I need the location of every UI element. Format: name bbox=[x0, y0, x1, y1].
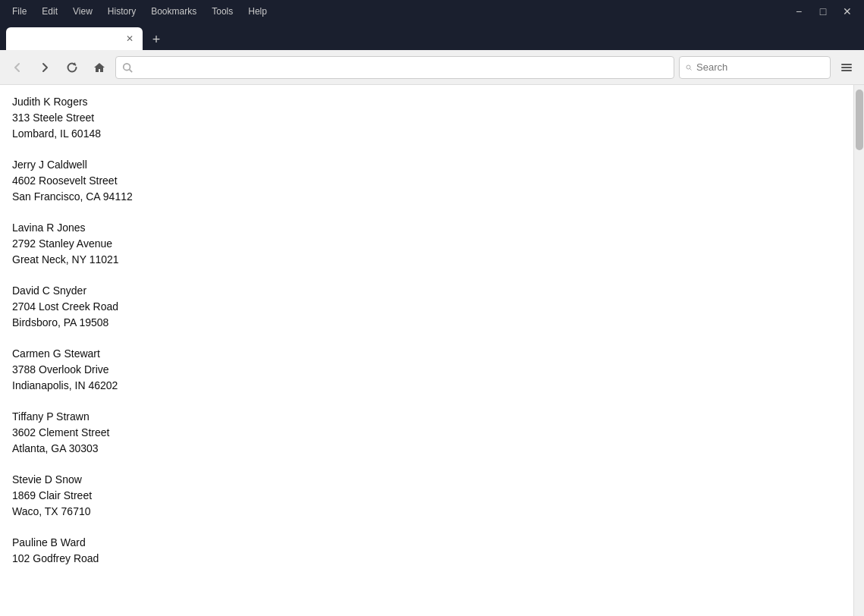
address-street: 3788 Overlook Drive bbox=[12, 362, 841, 378]
address-name: Pauline B Ward bbox=[12, 535, 841, 551]
window-controls: − □ ✕ bbox=[788, 4, 858, 19]
address-street: 1869 Clair Street bbox=[12, 488, 841, 504]
title-bar: File Edit View History Bookmarks Tools H… bbox=[0, 0, 864, 23]
menu-help[interactable]: Help bbox=[242, 3, 273, 20]
svg-rect-6 bbox=[841, 70, 852, 71]
svg-rect-5 bbox=[841, 67, 852, 68]
search-input[interactable] bbox=[696, 61, 824, 73]
tab-close-button[interactable]: ✕ bbox=[123, 32, 137, 46]
reload-button[interactable] bbox=[61, 56, 83, 79]
home-button[interactable] bbox=[88, 56, 111, 79]
scrollbar[interactable] bbox=[853, 85, 864, 616]
address-city: Great Neck, NY 11021 bbox=[12, 252, 841, 268]
address-name: Tiffany P Strawn bbox=[12, 409, 841, 425]
back-button[interactable] bbox=[6, 56, 29, 79]
address-name: Carmen G Stewart bbox=[12, 346, 841, 362]
menu-edit[interactable]: Edit bbox=[36, 3, 64, 20]
menu-bar: File Edit View History Bookmarks Tools H… bbox=[6, 3, 788, 20]
address-search-icon bbox=[122, 62, 133, 73]
menu-file[interactable]: File bbox=[6, 3, 33, 20]
address-name: Stevie D Snow bbox=[12, 472, 841, 488]
menu-view[interactable]: View bbox=[67, 3, 99, 20]
address-city: Indianapolis, IN 46202 bbox=[12, 378, 841, 394]
svg-rect-4 bbox=[841, 64, 852, 65]
svg-point-2 bbox=[686, 65, 690, 69]
menu-bookmarks[interactable]: Bookmarks bbox=[145, 3, 203, 20]
address-street: 3602 Clement Street bbox=[12, 425, 841, 441]
maximize-button[interactable]: □ bbox=[812, 4, 834, 19]
address-entry: Jerry J Caldwell4602 Roosevelt StreetSan… bbox=[12, 157, 841, 205]
svg-line-1 bbox=[130, 69, 133, 72]
hamburger-menu-button[interactable] bbox=[835, 56, 858, 79]
menu-history[interactable]: History bbox=[102, 3, 142, 20]
address-street: 102 Godfrey Road bbox=[12, 551, 841, 567]
address-city: Lombard, IL 60148 bbox=[12, 126, 841, 142]
minimize-button[interactable]: − bbox=[788, 4, 809, 19]
address-entry: Stevie D Snow1869 Clair StreetWaco, TX 7… bbox=[12, 472, 841, 520]
search-icon bbox=[686, 62, 692, 73]
address-name: David C Snyder bbox=[12, 283, 841, 299]
search-bar-container[interactable] bbox=[679, 56, 831, 79]
address-name: Lavina R Jones bbox=[12, 220, 841, 236]
address-entry: Carmen G Stewart3788 Overlook DriveIndia… bbox=[12, 346, 841, 394]
address-city: San Francisco, CA 94112 bbox=[12, 189, 841, 205]
address-city: Atlanta, GA 30303 bbox=[12, 441, 841, 457]
forward-button[interactable] bbox=[33, 56, 56, 79]
tab-bar: ✕ + bbox=[0, 23, 864, 50]
address-street: 4602 Roosevelt Street bbox=[12, 173, 841, 189]
close-button[interactable]: ✕ bbox=[837, 4, 858, 19]
address-city: Birdsboro, PA 19508 bbox=[12, 315, 841, 331]
hamburger-icon bbox=[840, 61, 853, 74]
address-name: Judith K Rogers bbox=[12, 94, 841, 110]
address-name: Jerry J Caldwell bbox=[12, 157, 841, 173]
address-street: 313 Steele Street bbox=[12, 110, 841, 126]
content-area[interactable]: Judith K Rogers313 Steele StreetLombard,… bbox=[0, 85, 853, 616]
address-entry: Pauline B Ward102 Godfrey Road bbox=[12, 535, 841, 567]
menu-tools[interactable]: Tools bbox=[206, 3, 239, 20]
address-entry: Tiffany P Strawn3602 Clement StreetAtlan… bbox=[12, 409, 841, 457]
svg-point-0 bbox=[124, 63, 130, 70]
content-wrapper: Judith K Rogers313 Steele StreetLombard,… bbox=[0, 85, 864, 616]
address-bar[interactable] bbox=[115, 56, 674, 79]
svg-line-3 bbox=[690, 68, 692, 70]
address-entry: David C Snyder2704 Lost Creek RoadBirdsb… bbox=[12, 283, 841, 331]
address-entry: Lavina R Jones2792 Stanley AvenueGreat N… bbox=[12, 220, 841, 268]
address-input[interactable] bbox=[137, 61, 668, 73]
nav-bar bbox=[0, 50, 864, 85]
active-tab[interactable]: ✕ bbox=[6, 27, 143, 50]
address-street: 2704 Lost Creek Road bbox=[12, 299, 841, 315]
address-street: 2792 Stanley Avenue bbox=[12, 236, 841, 252]
address-entry: Judith K Rogers313 Steele StreetLombard,… bbox=[12, 94, 841, 142]
new-tab-button[interactable]: + bbox=[146, 29, 167, 50]
address-city: Waco, TX 76710 bbox=[12, 504, 841, 520]
scrollbar-thumb[interactable] bbox=[856, 90, 863, 150]
